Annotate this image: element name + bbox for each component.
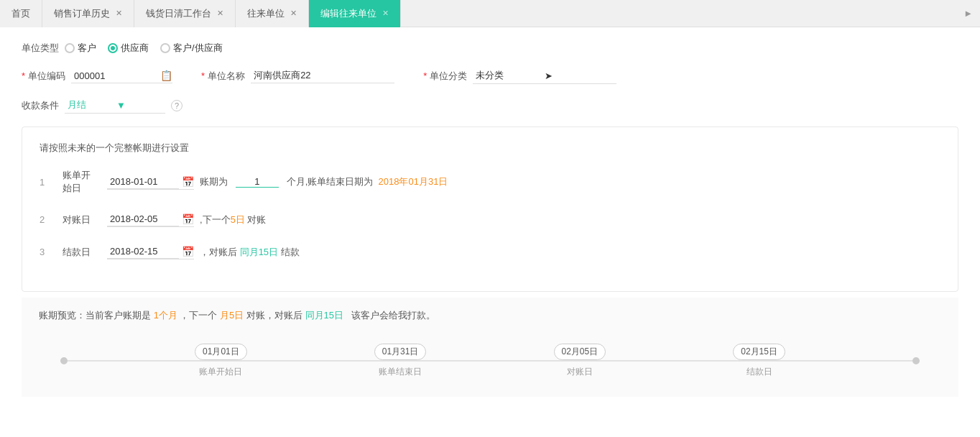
radio-customer-supplier-circle bbox=[160, 43, 170, 53]
payment-dropdown[interactable]: 月结 ▼ bbox=[65, 97, 165, 114]
period-desc-2: ,下一个5日 对账 bbox=[200, 213, 266, 226]
start-date-calendar-icon[interactable]: 📅 bbox=[182, 176, 194, 188]
preview-prefix: 账期预览：当前客户账期是 bbox=[39, 310, 151, 321]
period-num-1: 1 bbox=[40, 177, 54, 188]
unit-category-value: 未分类 bbox=[476, 69, 545, 82]
name-required-star: * bbox=[201, 70, 205, 81]
close-cash-work[interactable]: ✕ bbox=[217, 9, 223, 18]
payment-dropdown-arrow: ▼ bbox=[116, 100, 162, 111]
payment-value: 月结 bbox=[68, 98, 114, 111]
payment-date-input-wrapper: 📅 bbox=[107, 244, 194, 259]
payment-day-highlight: 同月15日 bbox=[240, 247, 278, 257]
preview-suffix: 该客户会给我打款。 bbox=[351, 310, 435, 321]
payment-help-icon[interactable]: ? bbox=[171, 100, 182, 111]
tab-cash-work-label: 钱货日清工作台 bbox=[146, 7, 211, 20]
tab-edit-partner-label: 编辑往来单位 bbox=[320, 7, 376, 20]
timeline-node-1: 01月01日 bbox=[195, 344, 247, 360]
timeline-start-dot bbox=[60, 344, 68, 378]
timeline-point-1: 01月01日 账单开始日 bbox=[195, 344, 247, 378]
period-label-1: 账单开始日 bbox=[63, 169, 98, 195]
period-row-1: 1 账单开始日 📅 账期为 个月,账单结束日期为 2018年01月31日 bbox=[40, 169, 940, 195]
period-label-2: 对账日 bbox=[63, 213, 98, 226]
unit-type-row: 单位类型 客户 供应商 客户/供应商 bbox=[22, 42, 958, 55]
radio-customer[interactable]: 客户 bbox=[65, 42, 96, 55]
preview-teal: 同月15日 bbox=[305, 310, 343, 321]
unit-code-input[interactable] bbox=[71, 69, 157, 83]
timeline-label-2: 账单结束日 bbox=[379, 366, 422, 378]
code-copy-icon[interactable]: 📋 bbox=[160, 70, 172, 81]
start-date-input[interactable] bbox=[107, 175, 179, 189]
timeline-point-4: 02月15日 结款日 bbox=[733, 344, 785, 378]
payment-date-input[interactable] bbox=[107, 244, 179, 259]
radio-customer-label: 客户 bbox=[78, 42, 96, 55]
unit-type-radio-group: 客户 供应商 客户/供应商 bbox=[65, 42, 223, 55]
radio-supplier-circle bbox=[108, 43, 118, 53]
preview-orange1: 1个月 bbox=[154, 310, 177, 321]
code-required-star: * bbox=[22, 70, 25, 81]
unit-code-input-wrapper: 📋 bbox=[71, 69, 172, 83]
timeline-end-circle bbox=[912, 357, 920, 364]
period-num-3: 3 bbox=[40, 247, 54, 257]
tab-sales-history-label: 销售订单历史 bbox=[54, 7, 110, 20]
period-end-date-highlight: 2018年01月31日 bbox=[379, 176, 448, 187]
tab-sales-history[interactable]: 销售订单历史 ✕ bbox=[42, 0, 134, 27]
tab-partner[interactable]: 往来单位 ✕ bbox=[236, 0, 309, 27]
unit-name-field: * 单位名称 bbox=[201, 69, 394, 83]
period-num-2: 2 bbox=[40, 214, 54, 225]
period-desc-3: ，对账后 同月15日 结款 bbox=[200, 246, 300, 259]
close-partner[interactable]: ✕ bbox=[290, 9, 297, 18]
reconcile-date-calendar-icon[interactable]: 📅 bbox=[182, 213, 194, 225]
period-row-3: 3 结款日 📅 ，对账后 同月15日 结款 bbox=[40, 244, 940, 259]
timeline: 01月01日 账单开始日 01月31日 账单结束日 02月05日 对账日 bbox=[60, 336, 920, 385]
reconcile-date-input[interactable] bbox=[107, 212, 179, 226]
tab-cash-work[interactable]: 钱货日清工作台 ✕ bbox=[134, 0, 236, 27]
timeline-point-2: 01月31日 账单结束日 bbox=[374, 344, 427, 378]
period-label-3: 结款日 bbox=[63, 246, 98, 259]
code-name-category-row: * 单位编码 📋 * 单位名称 * 单位分类 未分类 ➤ bbox=[22, 68, 958, 84]
radio-customer-circle bbox=[65, 43, 75, 53]
unit-category-dropdown[interactable]: 未分类 ➤ bbox=[473, 68, 616, 84]
close-sales-history[interactable]: ✕ bbox=[116, 9, 122, 18]
period-title: 请按照未来的一个完整帐期进行设置 bbox=[40, 142, 940, 155]
main-content: 单位类型 客户 供应商 客户/供应商 * 单位编码 📋 bbox=[0, 27, 980, 437]
preview-mid1: ，下一个 bbox=[180, 310, 217, 321]
payment-row: 收款条件 月结 ▼ ? bbox=[22, 97, 958, 114]
radio-supplier[interactable]: 供应商 bbox=[108, 42, 149, 55]
payment-label: 收款条件 bbox=[22, 99, 59, 112]
timeline-start-circle bbox=[60, 357, 68, 364]
unit-category-label: 单位分类 bbox=[430, 70, 467, 83]
tab-partner-label: 往来单位 bbox=[247, 7, 285, 20]
timeline-label-3: 对账日 bbox=[567, 366, 593, 378]
preview-text: 账期预览：当前客户账期是 1个月 ，下一个 月5日 对账，对账后 同月15日 该… bbox=[39, 309, 941, 322]
preview-mid2: 对账，对账后 bbox=[246, 310, 302, 321]
radio-customer-supplier[interactable]: 客户/供应商 bbox=[160, 42, 223, 55]
timeline-label-1: 账单开始日 bbox=[199, 366, 242, 378]
period-months-input[interactable] bbox=[236, 176, 279, 188]
tab-overflow-chevron[interactable]: ► bbox=[956, 8, 980, 19]
tab-home[interactable]: 首页 bbox=[0, 0, 42, 27]
preview-section: 账期预览：当前客户账期是 1个月 ，下一个 月5日 对账，对账后 同月15日 该… bbox=[22, 298, 958, 397]
payment-date-calendar-icon[interactable]: 📅 bbox=[182, 246, 194, 257]
unit-name-label: 单位名称 bbox=[208, 70, 245, 83]
unit-category-field: * 单位分类 未分类 ➤ bbox=[423, 68, 616, 84]
timeline-end-dot bbox=[912, 344, 920, 378]
timeline-point-3: 02月05日 对账日 bbox=[554, 344, 606, 378]
timeline-points: 01月01日 账单开始日 01月31日 账单结束日 02月05日 对账日 bbox=[60, 344, 920, 378]
unit-name-input[interactable] bbox=[251, 69, 394, 83]
tab-home-label: 首页 bbox=[11, 7, 30, 20]
reconcile-day-highlight: 5日 bbox=[231, 214, 245, 225]
category-dropdown-arrow: ➤ bbox=[545, 70, 614, 81]
period-row-2: 2 对账日 📅 ,下一个5日 对账 bbox=[40, 212, 940, 227]
close-edit-partner[interactable]: ✕ bbox=[382, 9, 389, 18]
unit-code-field: * 单位编码 📋 bbox=[22, 69, 172, 83]
timeline-node-2: 01月31日 bbox=[374, 344, 427, 360]
period-desc-1-prefix: 账期为 bbox=[200, 176, 228, 187]
reconcile-date-input-wrapper: 📅 bbox=[107, 212, 194, 227]
category-required-star: * bbox=[423, 70, 427, 81]
tab-edit-partner[interactable]: 编辑往来单位 ✕ bbox=[309, 0, 401, 27]
period-desc-1-suffix: 个月,账单结束日期为 bbox=[287, 176, 374, 187]
timeline-label-4: 结款日 bbox=[746, 366, 772, 378]
period-settings-box: 请按照未来的一个完整帐期进行设置 1 账单开始日 📅 账期为 个月,账单结束日期… bbox=[22, 126, 958, 292]
tab-bar: 首页 销售订单历史 ✕ 钱货日清工作台 ✕ 往来单位 ✕ 编辑往来单位 ✕ ► bbox=[0, 0, 980, 27]
period-desc-1: 账期为 个月,账单结束日期为 2018年01月31日 bbox=[200, 175, 448, 188]
